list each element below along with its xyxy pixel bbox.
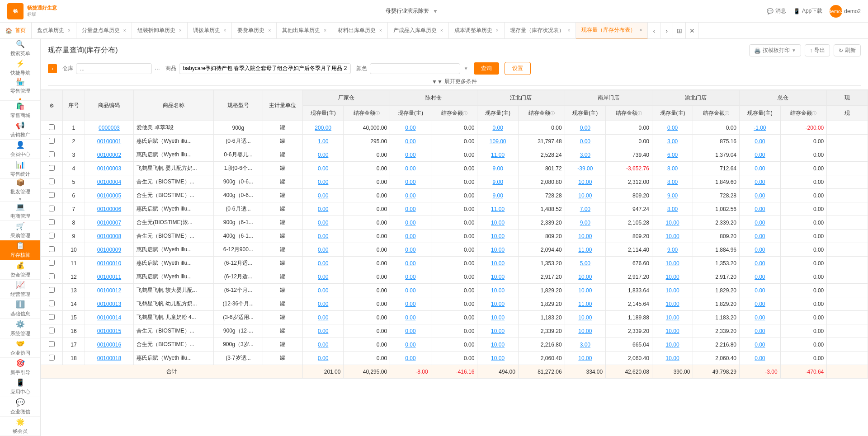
tab-close-7[interactable]: ×: [379, 28, 382, 33]
row-jiangbei-qty[interactable]: 9.00: [477, 189, 519, 202]
row-factory-qty[interactable]: 0.00: [302, 216, 344, 230]
sidebar-item-inventory[interactable]: 📋 库存核算: [0, 240, 40, 260]
tab-2[interactable]: 分量盘点单历史 ×: [76, 23, 132, 39]
tab-11[interactable]: 现存量（库存分布表） ×: [576, 23, 648, 39]
tab-home[interactable]: 🏠 首页: [0, 23, 32, 39]
tab-8[interactable]: 产成品入库单历史 ×: [388, 23, 449, 39]
row-nanan-qty[interactable]: 10.00: [565, 311, 606, 324]
user-avatar[interactable]: demo2 demo2: [830, 5, 861, 18]
row-total-qty[interactable]: 0.00: [740, 175, 781, 189]
tab-9[interactable]: 成本调整单历史 ×: [449, 23, 505, 39]
tab-close-8[interactable]: ×: [440, 28, 443, 33]
row-chenlu-qty[interactable]: 0.00: [390, 202, 431, 216]
row-code[interactable]: 00100007: [85, 216, 134, 230]
row-checkbox[interactable]: [41, 311, 63, 324]
row-jiangbei-qty[interactable]: 109.00: [477, 135, 519, 148]
row-code[interactable]: 00100003: [85, 162, 134, 175]
row-factory-qty[interactable]: 0.00: [302, 189, 344, 202]
row-chenlu-qty[interactable]: 0.00: [390, 243, 431, 257]
row-code[interactable]: 0000003: [85, 121, 134, 135]
tab-next-btn[interactable]: ›: [660, 23, 673, 39]
row-yuanbei-qty[interactable]: 10.00: [652, 257, 693, 270]
row-total-qty[interactable]: 0.00: [740, 352, 781, 365]
row-code[interactable]: 00100006: [85, 202, 134, 216]
tab-6[interactable]: 其他出库单历史 ×: [277, 23, 332, 39]
sidebar-item-guide[interactable]: 🎯 新手引导: [0, 358, 40, 377]
row-checkbox[interactable]: [41, 352, 63, 365]
warehouse-input[interactable]: [76, 63, 152, 74]
row-chenlu-qty[interactable]: 0.00: [390, 270, 431, 284]
row-chenlu-qty[interactable]: 0.00: [390, 352, 431, 365]
row-total-qty[interactable]: 0.00: [740, 243, 781, 257]
row-code[interactable]: 00100001: [85, 135, 134, 148]
tab-close-1[interactable]: ×: [68, 28, 71, 33]
row-checkbox[interactable]: [41, 230, 63, 243]
sidebar-item-marketing[interactable]: 📢 营销推广: [0, 120, 40, 140]
row-code[interactable]: 00100005: [85, 189, 134, 202]
filter-toggle-btn[interactable]: ›: [48, 64, 57, 73]
row-checkbox[interactable]: [41, 121, 63, 135]
row-jiangbei-qty[interactable]: 10.00: [477, 243, 519, 257]
row-factory-qty[interactable]: 200.00: [302, 121, 344, 135]
row-factory-qty[interactable]: 0.00: [302, 352, 344, 365]
row-chenlu-qty[interactable]: 0.00: [390, 257, 431, 270]
row-checkbox[interactable]: [41, 270, 63, 284]
row-factory-qty[interactable]: 0.00: [302, 230, 344, 243]
row-nanan-qty[interactable]: 11.00: [565, 243, 606, 257]
sidebar-item-ecommerce[interactable]: 💻 电商管理: [0, 202, 40, 221]
row-nanan-qty[interactable]: 10.00: [565, 189, 606, 202]
row-factory-qty[interactable]: 0.00: [302, 162, 344, 175]
row-yuanbei-qty[interactable]: 8.00: [652, 175, 693, 189]
row-factory-qty[interactable]: 0.00: [302, 311, 344, 324]
row-factory-qty[interactable]: 0.00: [302, 297, 344, 311]
row-jiangbei-qty[interactable]: 10.00: [477, 257, 519, 270]
row-nanan-qty[interactable]: -39.00: [565, 162, 606, 175]
row-yuanbei-qty[interactable]: 10.00: [652, 352, 693, 365]
sidebar-item-basic-info[interactable]: ℹ️ 基础信息: [0, 299, 40, 319]
row-yuanbei-qty[interactable]: 3.00: [652, 135, 693, 148]
row-chenlu-qty[interactable]: 0.00: [390, 121, 431, 135]
row-factory-qty[interactable]: 0.00: [302, 284, 344, 297]
sidebar-item-business[interactable]: 📈 经营管理: [0, 280, 40, 299]
row-yuanbei-qty[interactable]: 10.00: [652, 338, 693, 352]
sidebar-item-enterprise-wechat[interactable]: 💬 企业微信: [0, 397, 40, 417]
row-yuanbei-qty[interactable]: 10.00: [652, 230, 693, 243]
row-yuanbei-qty[interactable]: 10.00: [652, 270, 693, 284]
row-nanan-qty[interactable]: 10.00: [565, 352, 606, 365]
industry-selector[interactable]: 母婴行业演示陈套 ▼: [386, 7, 438, 15]
th-settings[interactable]: ⚙: [41, 90, 63, 121]
row-code[interactable]: 00100008: [85, 230, 134, 243]
row-total-qty[interactable]: 0.00: [740, 257, 781, 270]
row-yuanbei-qty[interactable]: 8.00: [652, 162, 693, 175]
row-nanan-qty[interactable]: 10.00: [565, 284, 606, 297]
row-nanan-qty[interactable]: 9.00: [565, 216, 606, 230]
row-total-qty[interactable]: 0.00: [740, 202, 781, 216]
sidebar-item-search[interactable]: 🔍 搜索英单: [0, 39, 40, 58]
row-factory-qty[interactable]: 0.00: [302, 270, 344, 284]
sidebar-item-system[interactable]: ⚙️ 系统管理: [0, 319, 40, 338]
row-code[interactable]: 00100010: [85, 257, 134, 270]
tab-close-all-btn[interactable]: ✕: [686, 23, 698, 39]
row-total-qty[interactable]: 0.00: [740, 297, 781, 311]
row-total-qty[interactable]: 0.00: [740, 338, 781, 352]
row-yuanbei-qty[interactable]: 10.00: [652, 216, 693, 230]
row-checkbox[interactable]: [41, 216, 63, 230]
row-yuanbei-qty[interactable]: 9.00: [652, 189, 693, 202]
tab-close-5[interactable]: ×: [268, 28, 271, 33]
row-total-qty[interactable]: 0.00: [740, 148, 781, 162]
tab-close-9[interactable]: ×: [496, 28, 499, 33]
tab-7[interactable]: 材料出库单历史 ×: [332, 23, 388, 39]
row-yuanbei-qty[interactable]: 10.00: [652, 311, 693, 324]
row-jiangbei-qty[interactable]: 10.00: [477, 338, 519, 352]
row-jiangbei-qty[interactable]: 9.00: [477, 162, 519, 175]
row-chenlu-qty[interactable]: 0.00: [390, 148, 431, 162]
row-checkbox[interactable]: [41, 257, 63, 270]
row-nanan-qty[interactable]: 5.00: [565, 257, 606, 270]
tab-3[interactable]: 组装拆卸单历史 ×: [132, 23, 188, 39]
row-total-qty[interactable]: 0.00: [740, 284, 781, 297]
row-jiangbei-qty[interactable]: 11.00: [477, 148, 519, 162]
row-checkbox[interactable]: [41, 284, 63, 297]
sidebar-item-quicknav[interactable]: ⚡ 快捷导航: [0, 58, 40, 78]
row-checkbox[interactable]: [41, 189, 63, 202]
row-checkbox[interactable]: [41, 338, 63, 352]
